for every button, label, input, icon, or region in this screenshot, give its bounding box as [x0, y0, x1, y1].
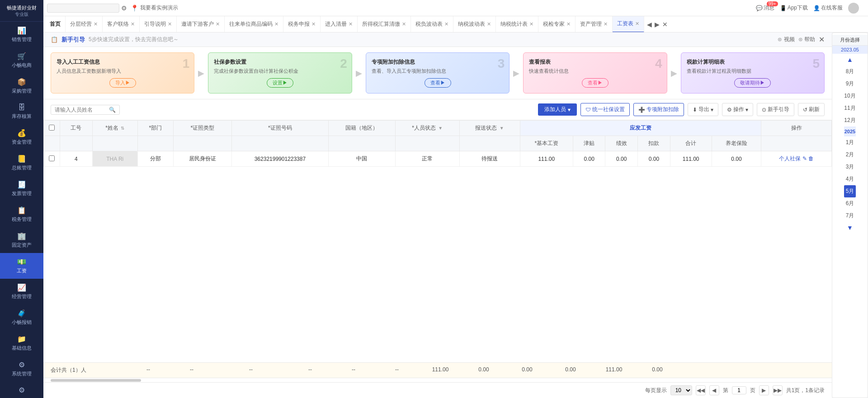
add-employee-button[interactable]: 添加人员 ▾ — [538, 103, 577, 116]
guide-help-link[interactable]: ⊙ 帮助 — [798, 36, 815, 43]
tab-close-1[interactable]: ✕ — [94, 21, 98, 27]
tab-close-11[interactable]: ✕ — [529, 21, 533, 27]
tab-10[interactable]: 纳税波动表✕ — [453, 16, 496, 33]
tab-6[interactable]: 税务申报✕ — [283, 16, 321, 33]
tab-11[interactable]: 纳税统计表✕ — [496, 16, 538, 33]
tab-next-button[interactable]: ▶ — [654, 20, 660, 29]
export-button[interactable]: ⬇ 导出 ▾ — [688, 103, 718, 116]
month-up-button[interactable]: ▲ — [844, 55, 856, 64]
tab-close-9[interactable]: ✕ — [444, 21, 448, 27]
scroll-thumb[interactable] — [51, 379, 141, 382]
avatar[interactable] — [848, 3, 859, 14]
tab-3[interactable]: 引导说明✕ — [140, 16, 177, 33]
tab-close-2[interactable]: ✕ — [131, 21, 135, 27]
tab-0[interactable]: 首页 — [45, 16, 66, 33]
th-name[interactable]: *姓名 ⇅ — [92, 121, 137, 136]
month-item-2月[interactable]: 2月 — [844, 149, 855, 161]
last-page-button[interactable]: ▶▶ — [773, 385, 783, 395]
guide-button[interactable]: ⊙ 新手引导 — [757, 103, 794, 116]
tab-4[interactable]: 邀请下游客户✕ — [177, 16, 225, 33]
horizontal-scroll-bar[interactable] — [43, 378, 832, 382]
employee-search-input[interactable] — [55, 107, 109, 113]
tab-close-14[interactable]: ✕ — [635, 21, 639, 27]
page-size-select[interactable]: 10 20 50 — [670, 385, 692, 395]
month-item-4月[interactable]: 4月 — [844, 173, 855, 185]
sidebar-item-工资[interactable]: 💵工资 — [0, 253, 43, 279]
sidebar-item-库存核算[interactable]: 🗄库存核算 — [0, 99, 43, 124]
tab-12[interactable]: 税检专家✕ — [538, 16, 576, 33]
settings-icon[interactable]: ⚙ — [19, 386, 25, 394]
month-item-3月[interactable]: 3月 — [844, 161, 855, 173]
step-btn-4[interactable]: 敬请期待▶ — [734, 78, 771, 88]
tab-close-13[interactable]: ✕ — [604, 21, 608, 27]
next-page-button[interactable]: ▶ — [759, 385, 769, 395]
tab-2[interactable]: 客户联络✕ — [103, 16, 140, 33]
month-item-5月[interactable]: 5月 — [844, 185, 855, 197]
page-number-input[interactable] — [732, 386, 746, 394]
sidebar-item-总账管理[interactable]: 📒总账管理 — [0, 150, 43, 176]
month-item-1月[interactable]: 1月 — [844, 136, 855, 149]
tab-14[interactable]: 工资表✕ — [613, 16, 644, 33]
sidebar-item-发票管理[interactable]: 🧾发票管理 — [0, 176, 43, 201]
sidebar-item-经营管理[interactable]: 📈经营管理 — [0, 279, 43, 304]
step-btn-1[interactable]: 设置▶ — [267, 78, 293, 88]
tab-prev-button[interactable]: ◀ — [646, 20, 653, 29]
unified-social-security-button[interactable]: 🛡 统一社保设置 — [580, 103, 630, 116]
sidebar-item-税务管理[interactable]: 📋税务管理 — [0, 201, 43, 227]
sidebar-item-基础信息[interactable]: 📁基础信息 — [0, 330, 43, 356]
topbar-search-input[interactable] — [47, 4, 119, 13]
tab-close-all-button[interactable]: ✕ — [661, 20, 669, 29]
app-download-button[interactable]: 📱 App下载 — [780, 4, 808, 12]
month-item-9月[interactable]: 9月 — [844, 78, 855, 90]
month-item-6月[interactable]: 6月 — [844, 197, 855, 210]
guide-video-link[interactable]: ⊙ 视频 — [778, 36, 794, 43]
th-status[interactable]: *人员状态 ▼ — [395, 121, 459, 136]
row-checkbox-0[interactable] — [44, 151, 60, 167]
tab-close-8[interactable]: ✕ — [402, 21, 406, 27]
tab-7[interactable]: 进入清册✕ — [321, 16, 358, 33]
message-button[interactable]: 💬 消息 99+ — [756, 4, 774, 12]
prev-page-button[interactable]: ◀ — [709, 385, 719, 395]
first-page-button[interactable]: ◀◀ — [696, 385, 706, 395]
topbar-settings-icon[interactable]: ⚙ — [121, 5, 127, 12]
month-item-12月[interactable]: 12月 — [844, 114, 855, 126]
month-item-10月[interactable]: 10月 — [844, 90, 855, 102]
month-item-11月[interactable]: 11月 — [844, 102, 855, 114]
step-btn-3[interactable]: 查看▶ — [582, 78, 609, 88]
actions-button[interactable]: ⚙ 操作 ▾ — [722, 103, 753, 116]
step-btn-2[interactable]: 查看▶ — [425, 78, 451, 88]
sidebar-item-销售管理[interactable]: 📊销售管理 — [0, 22, 43, 47]
demo-link[interactable]: 我要看实例演示 — [140, 4, 178, 12]
tab-close-12[interactable]: ✕ — [566, 21, 571, 27]
tab-close-6[interactable]: ✕ — [311, 21, 316, 27]
select-all-header[interactable] — [44, 121, 60, 136]
search-icon[interactable]: 🔍 — [109, 107, 116, 113]
tab-close-3[interactable]: ✕ — [168, 21, 172, 27]
addon-deduction-button[interactable]: ➕ 专项附加扣除 — [633, 103, 684, 116]
month-item-7月[interactable]: 7月 — [844, 210, 855, 222]
row-check-0[interactable] — [49, 155, 55, 161]
month-down-button[interactable]: ▼ — [844, 223, 856, 232]
tab-1[interactable]: 分层经营✕ — [66, 16, 103, 33]
tab-8[interactable]: 所得税汇算清缴✕ — [358, 16, 411, 33]
th-send-status[interactable]: 报送状态 ▼ — [459, 121, 520, 136]
row-ops-0[interactable]: 个人社保 ✎ 🗑 — [761, 151, 832, 167]
sidebar-item-系统管理[interactable]: ⚙系统管理 — [0, 356, 43, 382]
sidebar-item-采购管理[interactable]: 📦采购管理 — [0, 73, 43, 99]
tab-9[interactable]: 税负波动表✕ — [411, 16, 453, 33]
guide-close-icon[interactable]: ✕ — [819, 35, 825, 44]
edit-icon-0[interactable]: ✎ — [802, 155, 807, 162]
refresh-button[interactable]: ↺ 刷新 — [798, 103, 825, 116]
sidebar-bottom[interactable]: ⚙ — [0, 382, 43, 398]
tab-close-4[interactable]: ✕ — [216, 21, 220, 27]
sidebar-item-资金管理[interactable]: 💰资金管理 — [0, 124, 43, 150]
online-service-button[interactable]: 👤 在线客服 — [813, 4, 843, 12]
sidebar-item-固定资产[interactable]: 🏢固定资产 — [0, 227, 43, 253]
sidebar-item-小畅报销[interactable]: 🧳小畅报销 — [0, 304, 43, 330]
step-btn-0[interactable]: 导入▶ — [109, 78, 136, 88]
select-all-checkbox[interactable] — [49, 125, 55, 131]
tab-13[interactable]: 资产管理✕ — [576, 16, 613, 33]
month-item-8月[interactable]: 8月 — [844, 66, 855, 78]
tab-close-10[interactable]: ✕ — [487, 21, 491, 27]
tab-5[interactable]: 往来单位商品编码✕ — [225, 16, 283, 33]
